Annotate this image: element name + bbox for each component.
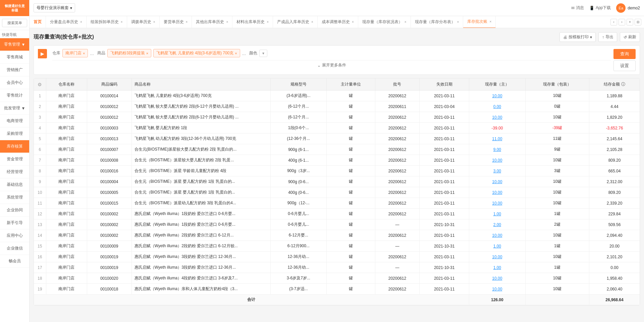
row-batch: 20200612	[375, 230, 420, 241]
tabs-close-btn[interactable]: ×	[627, 19, 633, 25]
sidebar-item-basic[interactable]: 基础信息	[0, 178, 29, 191]
tab-split-history[interactable]: 分量盘点单历史 ×	[46, 16, 87, 28]
row-product-name: 惠氏启赋（Wyeth illuma）2段奶粉 爱尔兰进口 6-12月较...	[131, 241, 271, 252]
tab-product-in-history[interactable]: 产成品入库单历史 ×	[273, 16, 318, 28]
sidebar-item-purchase[interactable]: 采购管理	[0, 127, 29, 140]
product-dots[interactable]: ...	[242, 51, 246, 56]
sidebar-item-retail[interactable]: 零售管理 ▼	[0, 38, 29, 51]
tab-close-icon[interactable]: ×	[267, 20, 269, 24]
row-qty-main[interactable]: 10.00	[469, 176, 525, 187]
tab-close-icon[interactable]: ×	[405, 20, 407, 24]
row-qty-main[interactable]: 10.00	[469, 284, 525, 294]
tab-batch-voucher[interactable]: 库存批次账 ×	[463, 16, 496, 28]
sidebar-item-guide[interactable]: 新手引导	[0, 217, 29, 229]
row-qty-main[interactable]: 10.00	[469, 198, 525, 209]
sidebar-item-vip[interactable]: 畅会员	[0, 255, 29, 268]
row-qty-main[interactable]: 0.00	[469, 101, 525, 112]
sidebar-item-system[interactable]: 系统管理	[0, 191, 29, 204]
row-qty-main[interactable]: 1.00	[469, 241, 525, 252]
row-product-name: 合生元（BIOSTIME）派星幼儿配方奶粉 3段 乳蛋白的4...	[131, 198, 271, 209]
row-qty-main[interactable]: 3.00	[469, 166, 525, 176]
row-qty-main[interactable]: 2.00	[469, 219, 525, 230]
product-tag-2[interactable]: 飞鹤星飞帆 儿童奶粉 4段(3-6岁适用) 700克 ×	[153, 49, 240, 57]
data-table-wrapper: ⚙ 仓库名称 商品编码 商品名称 规格型号 主计量单位 批号 失效日期 现存量（…	[34, 78, 640, 306]
sidebar-item-inventory[interactable]: 库存核算	[0, 140, 29, 153]
row-qty-pkg: 10罐	[525, 252, 589, 262]
tab-disassemble-history[interactable]: 组装拆卸单历史 ×	[87, 16, 127, 28]
app-download-btn[interactable]: 📱 App下载	[589, 5, 611, 11]
tab-close-icon[interactable]: ×	[80, 20, 82, 24]
message-btn[interactable]: ✉ 消息	[571, 5, 584, 11]
tab-home[interactable]: 首页	[30, 16, 46, 28]
tabs-next-btn[interactable]: ›	[619, 19, 625, 25]
search-btn[interactable]: 搜索英单	[2, 19, 27, 27]
sidebar-item-retail-mall[interactable]: 零售商城	[0, 51, 29, 64]
sidebar-item-operations[interactable]: 经营管理	[0, 166, 29, 178]
tab-close-icon[interactable]: ×	[352, 20, 354, 24]
row-qty-main[interactable]: -39.00	[469, 123, 525, 133]
row-qty-main[interactable]: 10.00	[469, 91, 525, 101]
row-amount: 2,060.40	[589, 284, 640, 294]
product-tag1-close[interactable]: ×	[146, 51, 148, 55]
tab-close-icon[interactable]: ×	[489, 20, 491, 23]
row-warehouse: 南岸门店	[46, 284, 87, 294]
sidebar-item-apps[interactable]: 应用中心	[0, 229, 29, 242]
tab-inventory-status[interactable]: 现存量（库存状况表） ×	[358, 16, 411, 28]
tab-cost-adjust-history[interactable]: 成本调整单历史 ×	[318, 16, 358, 28]
row-qty-main[interactable]: 10.00	[469, 252, 525, 262]
row-qty-main[interactable]: 10.00	[469, 155, 525, 166]
sidebar-item-finance[interactable]: 资金管理	[0, 153, 29, 166]
warehouse-dots[interactable]: ...	[90, 51, 94, 56]
warehouse-tag[interactable]: 南岸门店 ×	[62, 49, 88, 57]
row-unit: 罐	[326, 166, 375, 176]
warehouse-tag-close[interactable]: ×	[83, 51, 85, 55]
row-qty-main[interactable]: 10.00	[469, 273, 525, 284]
workspace-selector[interactable]: 母婴行业演示账套 ▾	[34, 3, 75, 12]
tab-mix-history[interactable]: 调拨单历史 ×	[127, 16, 160, 28]
color-dropdown-icon[interactable]: ▾	[259, 50, 267, 57]
expand-conditions-btn[interactable]: ⌄ 展开更多条件	[317, 62, 346, 68]
tab-requisition-history[interactable]: 要货单历史 ×	[160, 16, 192, 28]
chevron-down-icon: ▼	[21, 42, 25, 47]
row-qty-main[interactable]: 11.00	[469, 133, 525, 144]
row-qty-main[interactable]: 1.00	[469, 209, 525, 219]
tabs-menu-btn[interactable]: ⊟	[635, 19, 641, 25]
product-tag2-close[interactable]: ×	[235, 51, 237, 55]
sidebar-item-wholesale[interactable]: 批发管理 ▼	[0, 102, 29, 115]
tab-close-icon[interactable]: ×	[186, 20, 188, 24]
sidebar-item-retail-stats[interactable]: 零售统计	[0, 89, 29, 102]
tab-material-out-history[interactable]: 材料出库单历史 ×	[232, 16, 273, 28]
product-tag-1[interactable]: 飞鹤奶粉3段两提装 ×	[107, 49, 151, 57]
user-menu[interactable]: Ea demo2	[616, 3, 640, 13]
export-btn[interactable]: ↑ 导出	[598, 32, 617, 42]
sidebar-item-marketing[interactable]: 营销推广	[0, 64, 29, 76]
sidebar-item-member[interactable]: 会员中心	[0, 76, 29, 89]
expire-col-header: 失效日期	[420, 78, 469, 91]
row-qty-main[interactable]: 10.00	[469, 112, 525, 123]
printer-icon: 🖨	[563, 35, 567, 40]
row-qty-main[interactable]: 10.00	[469, 187, 525, 198]
tab-close-icon[interactable]: ×	[226, 20, 228, 24]
row-unit: 罐	[326, 198, 375, 209]
settings-btn[interactable]: 设置	[613, 60, 636, 71]
query-btn[interactable]: 查询	[613, 49, 636, 59]
row-qty-main[interactable]: 1.00	[469, 262, 525, 273]
settings-icon[interactable]: ⚙	[38, 82, 42, 87]
tab-close-icon[interactable]: ×	[153, 20, 155, 24]
tab-close-icon[interactable]: ×	[121, 20, 123, 24]
template-print-btn[interactable]: 🖨 按模板打印 ▾	[559, 32, 596, 42]
sidebar-item-wechat[interactable]: 企业微信	[0, 242, 29, 255]
sidebar-item-label: 库存核算	[7, 144, 23, 149]
row-qty-main[interactable]: 9.00	[469, 144, 525, 155]
sidebar-item-ecommerce[interactable]: 电商管理	[0, 115, 29, 127]
sidebar-item-enterprise[interactable]: 企业协同	[0, 204, 29, 217]
tab-label: 成本调整单历史	[322, 19, 350, 25]
row-qty-main[interactable]: 10.00	[469, 230, 525, 241]
tab-close-icon[interactable]: ×	[457, 20, 459, 24]
refresh-btn[interactable]: ↺ 刷新	[620, 32, 640, 42]
tab-inventory-dist[interactable]: 现存量（库存分布表） ×	[411, 16, 464, 28]
tab-close-icon[interactable]: ×	[311, 20, 313, 24]
filter-expand-arrow[interactable]: ▶	[38, 49, 47, 58]
tab-other-out-history[interactable]: 其他出库单历史 ×	[192, 16, 232, 28]
tabs-prev-btn[interactable]: ‹	[610, 19, 617, 25]
